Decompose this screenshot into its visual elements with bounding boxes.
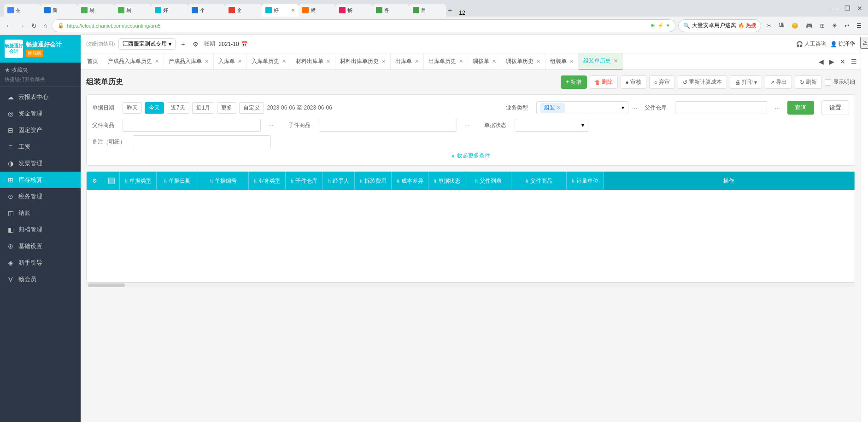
- tab-qi[interactable]: 企: [225, 4, 262, 17]
- app-tab-inbound[interactable]: 入库单 ✕: [214, 53, 247, 70]
- tab-hao2-active[interactable]: 好 ✕: [262, 4, 299, 17]
- biz-type-input[interactable]: 组装 ✕ ▾: [536, 101, 628, 114]
- minimize-btn[interactable]: —: [830, 3, 840, 14]
- more-btn[interactable]: 更多: [217, 102, 236, 114]
- note-field[interactable]: [137, 139, 267, 145]
- month-btn[interactable]: 近1月: [192, 102, 215, 114]
- parent-goods-input[interactable]: [123, 119, 261, 132]
- tab-teng[interactable]: 腾: [299, 4, 335, 17]
- app-tab-assembly-history[interactable]: 组装单历史 ✕: [579, 53, 623, 70]
- nav-item-invoice[interactable]: ◑ 发票管理: [0, 155, 81, 172]
- tab-scroll-left[interactable]: ◀: [817, 56, 826, 67]
- show-details-toggle[interactable]: 显示明细: [825, 78, 855, 86]
- app-tab-finished-goods-history[interactable]: 产成品入库单历史 ✕: [103, 53, 164, 70]
- parent-goods-dots[interactable]: ···: [268, 121, 274, 129]
- parent-wh-dots[interactable]: ···: [774, 104, 780, 111]
- nav-item-funds[interactable]: ◎ 资金管理: [0, 105, 81, 122]
- nav-item-archive[interactable]: ◧ 归档管理: [0, 221, 81, 238]
- undo-btn[interactable]: ↩: [842, 21, 852, 31]
- tab-scroll-right[interactable]: ▶: [827, 56, 836, 67]
- app-tab-assembly[interactable]: 组装单 ✕: [545, 53, 579, 70]
- th-child-wh[interactable]: ⇅ 子件仓库: [286, 172, 323, 190]
- company-selector[interactable]: 江西服宝测试专用 ▾: [118, 38, 176, 50]
- nav-item-guide[interactable]: ◈ 新手引导: [0, 254, 81, 271]
- bill-status-select[interactable]: ▾: [515, 119, 588, 132]
- horizontal-scrollbar[interactable]: [86, 283, 855, 287]
- home-btn[interactable]: ⌂: [41, 20, 49, 31]
- recalculate-btn[interactable]: ↺ 重新计算成本: [678, 75, 727, 89]
- parent-goods-field[interactable]: [127, 122, 257, 128]
- yesterday-btn[interactable]: 昨天: [123, 102, 142, 114]
- th-settings[interactable]: ⚙: [87, 172, 103, 190]
- today-btn[interactable]: 今天: [145, 102, 164, 114]
- show-details-checkbox[interactable]: [825, 79, 831, 86]
- address-bar[interactable]: 🔒 https://cloud.chanjet.com/accounting/u…: [52, 19, 675, 32]
- th-bill-no[interactable]: ⇅ 单据编号: [198, 172, 249, 190]
- export-btn[interactable]: ↗ 导出: [765, 75, 792, 89]
- company-settings-btn[interactable]: ⚙: [191, 39, 200, 50]
- sun-btn[interactable]: ☀: [829, 21, 840, 31]
- refresh-btn-page[interactable]: ↻ 刷新: [795, 75, 822, 89]
- tab-yi2[interactable]: 易: [114, 4, 151, 17]
- scroll-thumb[interactable]: [88, 283, 125, 287]
- emoji-btn[interactable]: 😊: [789, 21, 801, 31]
- tab-close-transfer[interactable]: ✕: [492, 58, 496, 64]
- tab-close-fgh[interactable]: ✕: [155, 58, 159, 64]
- nav-item-member[interactable]: V 畅会员: [0, 271, 81, 288]
- abandon-btn[interactable]: ○ 弃审: [649, 75, 675, 89]
- app-tab-transfer[interactable]: 调拨单 ✕: [468, 53, 501, 70]
- biz-dots[interactable]: ···: [632, 104, 638, 111]
- query-btn[interactable]: 查询: [787, 101, 814, 115]
- refresh-btn[interactable]: ↻: [29, 20, 39, 31]
- th-parent-list[interactable]: ⇅ 父件列表: [465, 172, 511, 190]
- user-info[interactable]: 👤 徐泽华: [830, 40, 855, 48]
- add-company-btn[interactable]: +: [179, 39, 187, 50]
- nav-item-settings[interactable]: ⊛ 基础设置: [0, 238, 81, 254]
- tab-zai[interactable]: 在: [4, 4, 41, 17]
- note-input[interactable]: [133, 135, 271, 148]
- child-goods-dots[interactable]: ···: [464, 121, 470, 129]
- nav-item-assets[interactable]: ⊟ 固定资产: [0, 122, 81, 139]
- app-tab-home[interactable]: 首页: [82, 53, 103, 70]
- tab-hao1[interactable]: 好: [151, 4, 188, 17]
- th-parent-goods[interactable]: ⇅ 父件商品: [511, 172, 567, 190]
- th-bill-type[interactable]: ⇅ 单据类型: [120, 172, 157, 190]
- tab-close-matouth[interactable]: ✕: [381, 58, 386, 64]
- nav-item-payroll[interactable]: ≡ 工资: [0, 139, 81, 155]
- tag-remove-btn[interactable]: ✕: [557, 104, 561, 111]
- help-btn[interactable]: 🎧 人工咨询: [796, 40, 827, 48]
- tab-close-out[interactable]: ✕: [415, 58, 419, 64]
- th-cost-diff[interactable]: ⇅ 成本差异: [392, 172, 428, 190]
- tab-close-fg[interactable]: ✕: [205, 58, 209, 64]
- parent-wh-field[interactable]: [679, 104, 763, 111]
- tab-close-matout[interactable]: ✕: [326, 58, 330, 64]
- tab-close-hao2[interactable]: ✕: [291, 8, 295, 13]
- nav-item-close[interactable]: ◫ 结账: [0, 205, 81, 221]
- th-unit[interactable]: ⇅ 计量单位: [567, 172, 604, 190]
- tab-more-options[interactable]: ☰: [849, 56, 859, 67]
- tab-yi1[interactable]: 易: [77, 4, 114, 17]
- th-disassemble-fee[interactable]: ⇅ 拆装费用: [355, 172, 392, 190]
- new-tab-btn[interactable]: +: [446, 5, 454, 17]
- grid-btn[interactable]: ⊞: [817, 21, 827, 31]
- tab-close-transferh[interactable]: ✕: [536, 58, 540, 64]
- scissors-btn[interactable]: ✂: [764, 21, 774, 31]
- maximize-btn[interactable]: ❐: [843, 3, 852, 14]
- game-btn[interactable]: 🎮: [803, 21, 815, 31]
- right-panel-toggle[interactable]: Ai: [860, 37, 868, 49]
- app-tab-inbound-history[interactable]: 入库单历史 ✕: [247, 53, 291, 70]
- app-tab-finished-goods[interactable]: 产成品入库单 ✕: [164, 53, 214, 70]
- back-btn[interactable]: ←: [4, 20, 14, 31]
- tab-close-assembly[interactable]: ✕: [569, 58, 574, 64]
- tab-close-assemblyh[interactable]: ✕: [614, 58, 618, 64]
- tab-xin[interactable]: 新: [41, 4, 77, 17]
- period-selector[interactable]: 2021-10 📅: [219, 41, 248, 47]
- tab-chang[interactable]: 畅: [335, 4, 372, 17]
- tab-ge[interactable]: 个: [188, 4, 225, 17]
- child-goods-field[interactable]: [323, 122, 453, 128]
- nav-item-reports[interactable]: ☁ 云报表中心: [0, 89, 81, 105]
- week-btn[interactable]: 近7天: [167, 102, 189, 114]
- nav-item-tax[interactable]: ⊙ 税务管理: [0, 188, 81, 205]
- collapse-btn[interactable]: ∧ 收起更多条件: [92, 152, 849, 160]
- print-btn[interactable]: 🖨 打印 ▾: [730, 75, 762, 89]
